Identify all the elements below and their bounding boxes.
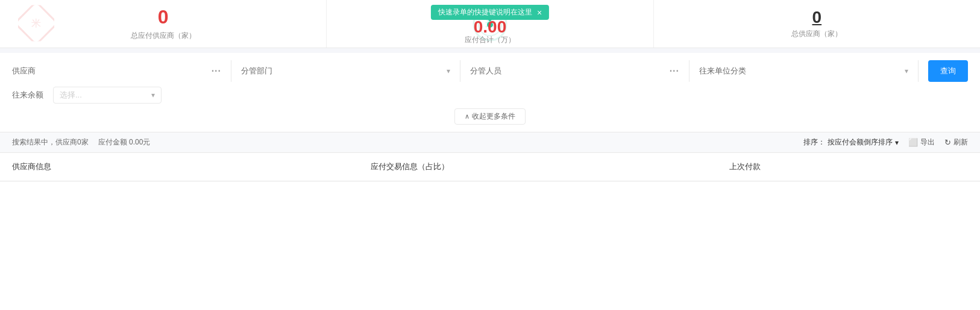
balance-select[interactable]: 选择... ▾: [53, 87, 162, 104]
total-suppliers-label: 总供应商（家）: [791, 29, 842, 39]
filter-department: 分管部门 ▾: [231, 60, 460, 82]
refresh-icon: ↻: [944, 138, 951, 147]
col-last-payment-header: 上次付款: [729, 161, 969, 172]
filter-section: 供应商 ··· 分管部门 ▾ 分管人员 ··· 往来单位分类 ▾: [0, 53, 980, 132]
department-label: 分管部门: [241, 66, 272, 76]
collapse-icon: ∧: [465, 113, 470, 120]
results-bar: 搜索结果中，供应商0家 应付金额 0.00元 排序： 按应付会额倒序排序 ▾ ⬜…: [0, 132, 980, 153]
manager-label: 分管人员: [470, 66, 501, 76]
stat-payable-suppliers: 米 0 总应付供应商（家）: [0, 0, 327, 48]
balance-chevron-icon: ▾: [151, 91, 155, 99]
results-amount: 应付金额 0.00元: [98, 137, 151, 147]
collapse-button[interactable]: ∧ 收起更多条件: [454, 108, 526, 125]
balance-placeholder: 选择...: [60, 90, 82, 101]
svg-text:米: 米: [31, 17, 41, 28]
results-actions: 排序： 按应付会额倒序排序 ▾ ⬜ 导出 ↻ 刷新: [803, 137, 968, 147]
unit-class-chevron-icon: ▾: [905, 67, 908, 75]
payable-suppliers-number: 0: [158, 7, 169, 28]
filter-balance: 往来余额 选择... ▾: [12, 87, 162, 104]
table-header: 供应商信息 应付交易信息（占比） 上次付款: [0, 153, 980, 182]
query-button[interactable]: 查询: [928, 60, 968, 82]
col-supplier-info-header: 供应商信息: [12, 161, 371, 172]
stat-total-suppliers: 0 总供应商（家）: [654, 0, 980, 48]
tooltip-text: 快速录单的快捷键说明在这里: [438, 7, 532, 17]
shortcut-tooltip[interactable]: 快速录单的快捷键说明在这里 ×: [431, 5, 549, 20]
filter-supplier: 供应商 ···: [12, 60, 231, 82]
filter-manager: 分管人员 ···: [460, 60, 689, 82]
filter-row-1: 供应商 ··· 分管部门 ▾ 分管人员 ··· 往来单位分类 ▾: [12, 60, 968, 82]
balance-label: 往来余额: [12, 90, 43, 101]
export-icon: ⬜: [908, 138, 918, 147]
unit-class-select[interactable]: ▾: [751, 67, 908, 75]
refresh-label: 刷新: [953, 137, 968, 147]
total-suppliers-number: 0: [812, 8, 822, 27]
results-info: 搜索结果中，供应商0家 应付金额 0.00元: [12, 137, 150, 147]
payable-suppliers-label: 总应付供应商（家）: [131, 31, 196, 41]
refresh-button[interactable]: ↻ 刷新: [944, 137, 968, 147]
manager-dots-btn[interactable]: ···: [670, 66, 679, 76]
sort-value: 按应付会额倒序排序: [828, 137, 893, 147]
supplier-label: 供应商: [12, 66, 36, 76]
logo-mark: 米: [18, 5, 54, 43]
department-select[interactable]: ▾: [277, 67, 450, 75]
payable-total-label: 应付合计（万）: [465, 35, 515, 45]
filter-row-2: 往来余额 选择... ▾: [12, 87, 968, 104]
export-label: 导出: [920, 137, 935, 147]
table-body: [0, 182, 980, 310]
export-button[interactable]: ⬜ 导出: [908, 137, 935, 147]
stats-bar: 米 0 总应付供应商（家） 快速录单的快捷键说明在这里 × 米 0.00 应付合…: [0, 0, 980, 48]
department-chevron-icon: ▾: [447, 67, 450, 75]
col-transaction-header: 应付交易信息（占比）: [371, 161, 729, 172]
supplier-dots-btn[interactable]: ···: [212, 66, 221, 76]
stat-payable-total: 快速录单的快捷键说明在这里 × 米 0.00 应付合计（万）: [327, 0, 653, 48]
unit-class-label: 往来单位分类: [699, 66, 746, 76]
supplier-input[interactable]: [40, 67, 212, 76]
sort-chevron-icon: ▾: [895, 138, 899, 147]
sort-prefix: 排序：: [803, 137, 825, 147]
manager-input[interactable]: [506, 67, 670, 76]
tooltip-close-btn[interactable]: ×: [537, 8, 542, 17]
results-summary: 搜索结果中，供应商0家: [12, 137, 89, 147]
sort-dropdown[interactable]: 排序： 按应付会额倒序排序 ▾: [803, 137, 899, 147]
collapse-label: 收起更多条件: [472, 111, 515, 122]
filter-unit-class: 往来单位分类 ▾: [689, 60, 919, 82]
